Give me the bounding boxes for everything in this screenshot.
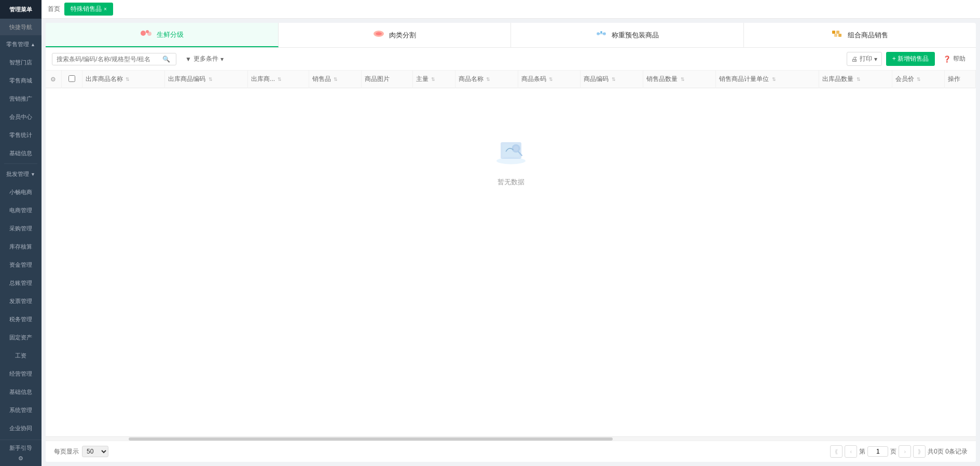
chevron-down-icon: ▼ (31, 172, 35, 177)
sort-icon[interactable]: ⇅ (486, 77, 490, 82)
sidebar-item-label: 税务管理 (9, 316, 32, 323)
tab-weigh-pack[interactable]: 称重预包装商品 (511, 23, 744, 47)
sort-icon[interactable]: ⇅ (612, 77, 616, 82)
sort-icon[interactable]: ⇅ (431, 77, 435, 82)
divider (4, 163, 37, 164)
prev-page-btn[interactable]: ‹ (845, 445, 857, 458)
last-page-btn[interactable]: ⟫ (913, 445, 926, 458)
sidebar-item-fixed-assets[interactable]: 固定资产 (0, 328, 42, 347)
next-page-btn[interactable]: › (899, 445, 911, 458)
sidebar-item-general-ledger[interactable]: 总账管理 (0, 274, 42, 292)
svg-point-4 (376, 32, 382, 35)
sidebar-item-stock-check[interactable]: 库存核算 (0, 238, 42, 256)
sidebar-item-member[interactable]: 会员中心 (0, 108, 42, 126)
sidebar-item-label: 工资 (15, 352, 26, 360)
active-tab[interactable]: 特殊销售品 × (64, 3, 113, 16)
empty-text: 暂无数据 (498, 177, 524, 187)
sidebar-item-operation-mgmt[interactable]: 经营管理 (0, 365, 42, 383)
sort-icon[interactable]: ⇅ (209, 77, 213, 82)
th-barcode: 商品条码 ⇅ (518, 71, 581, 88)
tab-close-icon[interactable]: × (104, 6, 107, 12)
sidebar-item-mini-ecom[interactable]: 小畅电商 (0, 183, 42, 201)
tab-meat-cut[interactable]: 肉类分割 (279, 23, 512, 47)
sidebar-item-label: 电商管理 (9, 207, 32, 214)
tab-combo-sale[interactable]: 组合商品销售 (744, 23, 976, 47)
sort-icon[interactable]: ⇅ (772, 77, 776, 82)
sidebar-search[interactable]: 快捷导航 (0, 19, 42, 35)
sidebar-item-label: 营销推广 (9, 95, 32, 103)
sidebar-item-batch-mgmt[interactable]: 批发管理 ▼ (0, 165, 42, 183)
sidebar-bottom: 新手引导 ⚙ (0, 440, 42, 466)
th-out-name: 出库商品名称 ⇅ (82, 71, 165, 88)
content-area: 生鲜分级 肉类分割 (46, 23, 976, 462)
search-icon[interactable]: 🔍 (162, 56, 170, 63)
sidebar-item-marketing[interactable]: 营销推广 (0, 90, 42, 108)
table-header: ⚙ 出库商品名称 ⇅ 出库商品编码 ⇅ 出库商. (46, 71, 976, 88)
svg-rect-12 (838, 34, 841, 37)
settings-icon[interactable]: ⚙ (18, 455, 23, 462)
sidebar-item-label: 零售管理 (6, 40, 29, 48)
per-page-select[interactable]: 50 100 200 (82, 446, 108, 457)
sidebar-item-fund-mgmt[interactable]: 资金管理 (0, 256, 42, 274)
th-img: 商品图片 (361, 71, 412, 88)
sidebar-item-label: 资金管理 (9, 261, 32, 269)
empty-icon (490, 130, 532, 171)
sidebar-item-enterprise[interactable]: 企业协同 (0, 419, 42, 437)
sidebar-item-purchase-mgmt[interactable]: 采购管理 (0, 220, 42, 238)
tab-label: 特殊销售品 (71, 5, 102, 13)
sidebar-item-tax-mgmt[interactable]: 税务管理 (0, 310, 42, 328)
sort-icon[interactable]: ⇅ (278, 77, 282, 82)
data-table: ⚙ 出库商品名称 ⇅ 出库商品编码 ⇅ 出库商. (46, 71, 976, 88)
th-checkbox[interactable] (61, 71, 82, 88)
sort-icon[interactable]: ⇅ (334, 77, 338, 82)
main-content: 首页 特殊销售品 × 生鲜分级 (42, 0, 980, 466)
sidebar-item-smart-store[interactable]: 智慧门店 (0, 53, 42, 72)
sidebar-item-basic-info2[interactable]: 基础信息 (0, 383, 42, 401)
select-all-checkbox[interactable] (68, 75, 75, 82)
th-settings[interactable]: ⚙ (46, 71, 61, 88)
sidebar-item-salary[interactable]: 工资 (0, 347, 42, 365)
sort-icon[interactable]: ⇅ (857, 77, 861, 82)
empty-state: 暂无数据 (46, 88, 976, 228)
first-page-btn[interactable]: ⟪ (830, 445, 843, 458)
sidebar-item-retail-mgmt[interactable]: 零售管理 ▲ (0, 35, 42, 53)
sidebar-item-label: 库存核算 (9, 243, 32, 251)
new-guide-btn[interactable]: 新手引导 (9, 444, 32, 452)
help-btn[interactable]: ❓ 帮助 (939, 52, 970, 65)
sidebar-item-basic-info[interactable]: 基础信息 (0, 144, 42, 162)
category-tabs: 生鲜分级 肉类分割 (46, 23, 976, 48)
filter-chevron: ▾ (220, 56, 224, 63)
sidebar-item-retail-mall[interactable]: 零售商城 (0, 72, 42, 90)
filter-label: 更多条件 (194, 54, 218, 63)
tab-fresh-grade-label: 生鲜分级 (157, 30, 184, 39)
sort-icon[interactable]: ⇅ (681, 77, 685, 82)
new-sale-btn[interactable]: + 新增销售品 (886, 52, 935, 66)
pagination: 每页显示 50 100 200 ⟪ ‹ 第 页 › ⟫ 共0页 0条记录 (46, 441, 976, 462)
sidebar-item-invoice-mgmt[interactable]: 发票管理 (0, 292, 42, 310)
h-scrollbar-thumb[interactable] (129, 437, 613, 441)
sidebar-item-label: 基础信息 (9, 388, 32, 396)
sort-icon[interactable]: ⇅ (549, 77, 553, 82)
tab-fresh-grade[interactable]: 生鲜分级 (46, 23, 279, 47)
home-link[interactable]: 首页 (48, 5, 60, 13)
sidebar-item-retail-stats[interactable]: 零售统计 (0, 126, 42, 144)
toolbar-left: 🔍 ▼ 更多条件 ▾ (52, 52, 228, 66)
page-input[interactable] (867, 446, 888, 457)
sort-icon[interactable]: ⇅ (917, 77, 921, 82)
filter-btn[interactable]: ▼ 更多条件 ▾ (181, 52, 228, 66)
sidebar: 管理菜单 快捷导航 零售管理 ▲ 智慧门店 零售商城 营销推广 会员中心 零售统… (0, 0, 42, 466)
th-goods-code: 商品编码 ⇅ (581, 71, 643, 88)
topbar: 首页 特殊销售品 × (42, 0, 980, 19)
sort-icon[interactable]: ⇅ (126, 77, 130, 82)
print-btn[interactable]: 🖨 打印 ▾ (847, 52, 882, 66)
tab-combo-sale-label: 组合商品销售 (848, 31, 888, 40)
sidebar-item-system-mgmt[interactable]: 系统管理 (0, 401, 42, 419)
svg-point-6 (600, 31, 602, 33)
search-input[interactable] (57, 56, 160, 63)
sidebar-logo: 管理菜单 (0, 0, 42, 19)
sidebar-item-ecom-mgmt[interactable]: 电商管理 (0, 201, 42, 220)
h-scrollbar[interactable] (46, 436, 976, 441)
print-label: 打印 (860, 54, 872, 63)
search-box[interactable]: 🔍 (52, 53, 176, 65)
sidebar-item-label: 企业协同 (9, 424, 32, 432)
